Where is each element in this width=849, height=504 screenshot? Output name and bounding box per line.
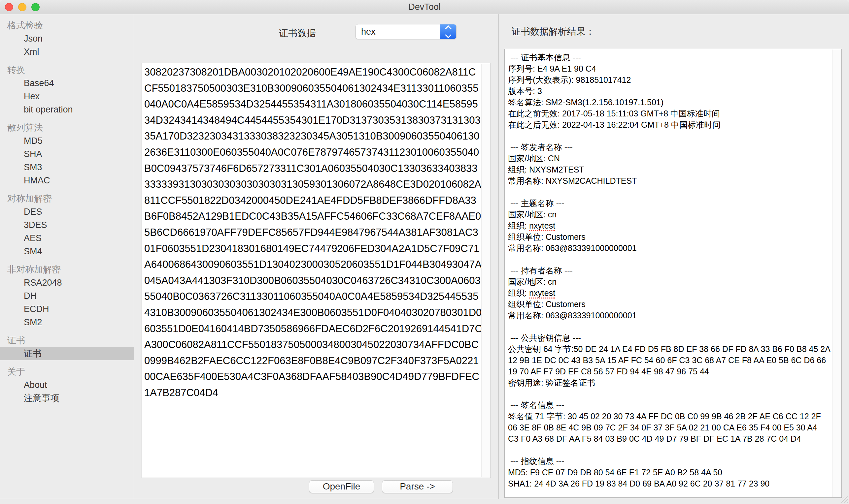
sidebar-item-sm4[interactable]: SM4 (0, 245, 134, 258)
result-line: 序列号(大数表示): 981851017412 (508, 74, 831, 86)
sidebar-group-label: 证书 (0, 334, 134, 347)
result-line: --- 签名信息 --- (508, 399, 831, 411)
resize-grip[interactable] (842, 497, 848, 503)
sidebar-item-3des[interactable]: 3DES (0, 218, 134, 232)
result-line: SHA1: 24 4D 3A 26 FD 19 83 84 D0 69 BA A… (508, 478, 831, 489)
sidebar-group-label: 对称加解密 (0, 192, 134, 205)
results-scrollbar-track[interactable] (832, 50, 841, 497)
result-line: 国家/地区: cn (508, 209, 831, 220)
sidebar-item-base64[interactable]: Base64 (0, 76, 134, 90)
result-line: MD5: F9 CE 07 D9 DB 80 54 6E E1 72 5E A0… (508, 467, 831, 478)
parse-result-label: 证书数据解析结果： (512, 25, 595, 38)
result-line: 12 9B 1E DC 0C 43 B3 5A 15 AF FC 54 60 6… (508, 355, 831, 366)
sidebar-item-hmac[interactable]: HMAC (0, 174, 134, 187)
result-line: --- 指纹信息 --- (508, 455, 831, 467)
result-line: 国家/地区: CN (508, 153, 831, 164)
result-line: --- 公共密钥信息 --- (508, 332, 831, 343)
sidebar-item-sm2[interactable]: SM2 (0, 316, 134, 329)
certificate-hex-textarea[interactable]: 30820237308201DBA003020102020600E49AE190… (142, 63, 491, 478)
hex-scrollbar-track[interactable] (481, 64, 490, 477)
result-line: 06 3E 8F 0B 8E 4C 9B 09 7C 2F 34 0F 37 3… (508, 422, 831, 433)
result-line: 国家/地区: cn (508, 276, 831, 287)
result-line: 19 70 AF F7 9D EF C8 56 57 FD 94 4E 98 4… (508, 366, 831, 377)
result-line: 签名值 71 字节: 30 45 02 20 30 73 4A FF DC 0B… (508, 411, 831, 422)
result-line: 组织单位: Customers (508, 299, 831, 310)
app-window: DevTool 格式检验JsonXml转换Base64Hexbit operat… (0, 0, 849, 504)
result-line: 组织: NXYSM2TEST (508, 164, 831, 175)
result-line: 组织: nxytest (508, 220, 831, 231)
result-line: --- 主题名称 --- (508, 198, 831, 209)
result-line: 常用名称: 063@833391000000001 (508, 310, 831, 321)
sidebar-item-ecdh[interactable]: ECDH (0, 303, 134, 316)
sidebar-item-xml[interactable]: Xml (0, 45, 134, 58)
title-bar[interactable]: DevTool (0, 0, 849, 14)
sidebar-item-rsa2048[interactable]: RSA2048 (0, 276, 134, 289)
result-line: 序列号: E4 9A E1 90 C4 (508, 63, 831, 74)
misspelled-word: nxytest (529, 288, 555, 299)
sidebar-item-hex[interactable]: Hex (0, 90, 134, 103)
certificate-data-label: 证书数据 (279, 27, 316, 40)
sidebar-group-label: 格式检验 (0, 19, 134, 32)
sidebar-group-label: 转换 (0, 63, 134, 76)
chevron-down-icon (445, 32, 452, 38)
misspelled-word: nxytest (529, 221, 555, 231)
sidebar-item-sm3[interactable]: SM3 (0, 161, 134, 174)
sidebar-item-bit-operation[interactable]: bit operation (0, 103, 134, 116)
window-title: DevTool (0, 0, 849, 14)
open-file-button[interactable]: OpenFile (309, 480, 374, 493)
result-line: 在此之前无效: 2017-05-18 15:11:03 GMT+8 中国标准时间 (508, 108, 831, 119)
result-line: 常用名称: NXYSM2CACHILDTEST (508, 175, 831, 186)
sidebar-item-aes[interactable]: AES (0, 232, 134, 245)
certificate-hex-input[interactable]: 30820237308201DBA003020102020600E49AE190… (142, 63, 481, 478)
format-select[interactable]: hex (356, 24, 456, 39)
format-select-value: hex (361, 24, 376, 39)
parse-button[interactable]: Parse -> (382, 480, 453, 493)
sidebar-item-证书[interactable]: 证书 (0, 347, 134, 360)
sidebar-item-json[interactable]: Json (0, 32, 134, 45)
result-line: --- 签发者名称 --- (508, 142, 831, 153)
result-line: 在此之后无效: 2022-04-13 16:22:04 GMT+8 中国标准时间 (508, 119, 831, 130)
certificate-input-panel: 证书数据 hex 30820237308201DBA00302010202060… (134, 14, 498, 499)
sidebar: 格式检验JsonXml转换Base64Hexbit operation散列算法M… (0, 14, 134, 499)
window-bottom-edge (0, 499, 849, 504)
chevron-up-icon (445, 25, 452, 32)
select-stepper-icon (440, 24, 456, 39)
sidebar-item-dh[interactable]: DH (0, 289, 134, 303)
result-line: 常用名称: 063@833391000000001 (508, 242, 831, 254)
result-line: 版本号: 3 (508, 86, 831, 97)
parse-results-text: --- 证书基本信息 ---序列号: E4 9A E1 90 C4序列号(大数表… (505, 49, 832, 498)
result-line: 公共密钥 64 字节:50 DE 24 1A E4 FD D5 FB 8D EF… (508, 343, 831, 355)
sidebar-item-md5[interactable]: MD5 (0, 134, 134, 147)
result-line: --- 持有者名称 --- (508, 265, 831, 276)
sidebar-item-des[interactable]: DES (0, 205, 134, 218)
result-line: 签名算法: SM2-SM3(1.2.156.10197.1.501) (508, 97, 831, 108)
result-line: --- 证书基本信息 --- (508, 52, 831, 63)
parse-results-panel[interactable]: --- 证书基本信息 ---序列号: E4 9A E1 90 C4序列号(大数表… (504, 49, 842, 498)
sidebar-item-about[interactable]: About (0, 378, 134, 392)
sidebar-group-label: 非对称加解密 (0, 263, 134, 276)
result-line: 组织单位: Customers (508, 231, 831, 242)
sidebar-item-sha[interactable]: SHA (0, 147, 134, 161)
result-line: C3 F0 A3 68 DF AA F5 84 03 B9 0C 4D 49 D… (508, 433, 831, 444)
sidebar-groups: 格式检验JsonXml转换Base64Hexbit operation散列算法M… (0, 19, 134, 405)
parse-result-panel: 证书数据解析结果： --- 证书基本信息 ---序列号: E4 9A E1 90… (499, 14, 849, 499)
sidebar-item-注意事项[interactable]: 注意事项 (0, 392, 134, 405)
result-line: 组织: nxytest (508, 287, 831, 299)
result-line: 密钥用途: 验证签名证书 (508, 377, 831, 388)
sidebar-group-label: 散列算法 (0, 121, 134, 134)
sidebar-group-label: 关于 (0, 365, 134, 378)
